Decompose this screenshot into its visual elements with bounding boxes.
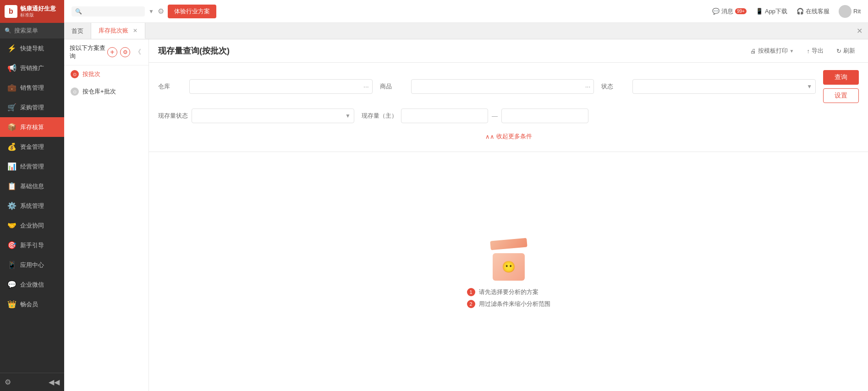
sidebar-item-sales[interactable]: 💼 销售管理: [0, 78, 64, 98]
online-service-btn[interactable]: 🎧 在线客服: [797, 7, 830, 16]
print-btn[interactable]: 🖨 按模板打印 ▼: [747, 45, 798, 57]
topbar-search-input[interactable]: [84, 8, 141, 15]
settings-btn[interactable]: 设置: [823, 88, 859, 103]
inventory-status-field: 现存量状态 ▼: [158, 109, 354, 123]
inventory-qty-to[interactable]: [501, 109, 588, 123]
warehouse-batch-scheme-icon: ⊙: [71, 87, 79, 96]
sidebar-item-quicknav[interactable]: ⚡ 快捷导航: [0, 38, 64, 58]
empty-box-lid: [490, 238, 527, 250]
avatar: [839, 5, 852, 18]
print-dropdown-icon[interactable]: ▼: [790, 49, 794, 54]
export-btn[interactable]: ↑ 导出: [803, 45, 828, 57]
app-logo: b: [5, 5, 17, 18]
sidebar-item-inventory[interactable]: 📦 库存核算: [0, 117, 64, 137]
topbar-search-box[interactable]: 🔍: [71, 6, 145, 16]
right-content: 现存量查询(按批次) 🖨 按模板打印 ▼ ↑ 导出 ↻: [149, 39, 868, 391]
tab-close-icon[interactable]: ✕: [133, 27, 137, 34]
system-icon: ⚙️: [7, 201, 16, 210]
inventory-qty-label: 现存量（主）: [362, 112, 397, 120]
empty-tips: 1 请先选择要分析的方案 2 用过滤条件来缩小分析范围: [467, 288, 550, 308]
empty-illustration: 😶: [486, 235, 532, 281]
sidebar-item-wechat[interactable]: 💬 企业微信: [0, 275, 64, 294]
sidebar-item-operations[interactable]: 📊 经营管理: [0, 157, 64, 176]
warehouse-batch-scheme-label: 按仓库+批次: [82, 87, 116, 96]
status-select-wrapper: ▼: [632, 79, 816, 94]
refresh-label: 刷新: [843, 47, 855, 55]
warehouse-input-wrapper: ···: [189, 79, 373, 94]
product-input[interactable]: [411, 79, 594, 94]
collapse-icon[interactable]: ◀◀: [49, 378, 60, 386]
enterprise-icon: 🤝: [7, 221, 16, 230]
headset-icon: 🎧: [797, 8, 804, 15]
inventory-status-select-wrapper: ▼: [192, 109, 354, 123]
product-label: 商品: [380, 82, 407, 91]
topbar-dropdown-icon[interactable]: ▼: [148, 8, 154, 15]
page-body: 按以下方案查询 + ⚙ 《 ⊙ 按批次 ⊙ 按仓库+批次: [64, 39, 868, 391]
sidebar: b 畅康通好生意 标准版 🔍 搜索菜单 ⚡ 快捷导航 📢 营销推广 💼 销售管理…: [0, 0, 64, 391]
sidebar-item-label: 销售管理: [20, 84, 44, 92]
query-btn[interactable]: 查询: [823, 70, 859, 85]
sidebar-item-label: 新手引导: [20, 241, 44, 250]
collapse-bar[interactable]: ∧∧ 收起更多条件: [158, 129, 859, 144]
sidebar-item-system[interactable]: ⚙️ 系统管理: [0, 196, 64, 216]
inventory-qty-field: 现存量（主） —: [362, 109, 588, 123]
sidebar-item-purchase[interactable]: 🛒 采购管理: [0, 98, 64, 117]
inventory-status-select[interactable]: [192, 109, 354, 123]
left-panel-actions: + ⚙ 《: [107, 47, 143, 57]
user-menu[interactable]: Rit: [839, 5, 861, 18]
tab-bar-close-btn[interactable]: ✕: [851, 27, 868, 35]
inventory-status-label: 现存量状态: [158, 112, 188, 120]
sidebar-item-label: 营销推广: [20, 64, 44, 72]
operations-icon: 📊: [7, 162, 16, 171]
sidebar-item-basic[interactable]: 📋 基础信息: [0, 176, 64, 196]
settings-icon[interactable]: ⚙: [5, 378, 11, 386]
topbar-search-icon: 🔍: [75, 8, 82, 15]
topbar-gear-icon[interactable]: ⚙: [158, 7, 164, 16]
empty-box: 😶: [493, 253, 525, 281]
settings-scheme-btn[interactable]: ⚙: [120, 47, 130, 57]
warehouse-input[interactable]: [189, 79, 373, 94]
sidebar-search-label: 搜索菜单: [14, 27, 38, 35]
print-label: 按模板打印: [758, 47, 788, 55]
sidebar-item-marketing[interactable]: 📢 营销推广: [0, 58, 64, 78]
tip-text-1: 请先选择要分析的方案: [479, 288, 538, 296]
sidebar-search[interactable]: 🔍 搜索菜单: [0, 23, 64, 38]
user-name: Rit: [853, 8, 861, 15]
topbar-left: 🔍 ▼ ⚙ 体验行业方案: [71, 5, 707, 18]
add-scheme-btn[interactable]: +: [107, 47, 117, 57]
sidebar-item-newuser[interactable]: 🎯 新手引导: [0, 235, 64, 255]
sidebar-item-enterprise[interactable]: 🤝 企业协同: [0, 216, 64, 235]
batch-scheme-label: 按批次: [82, 70, 100, 78]
inventory-qty-from[interactable]: [401, 109, 488, 123]
sidebar-item-label: 畅会员: [20, 300, 38, 309]
left-panel-header: 按以下方案查询 + ⚙ 《: [64, 39, 148, 65]
filter-area: 仓库 ··· 商品 ···: [149, 63, 868, 152]
sidebar-item-label: 经营管理: [20, 163, 44, 171]
message-btn[interactable]: 💬 消息 99+: [712, 7, 747, 16]
status-select[interactable]: [632, 79, 816, 94]
app-download-label: App下载: [765, 7, 787, 16]
tab-batch[interactable]: 库存批次账 ✕: [91, 23, 145, 39]
sales-icon: 💼: [7, 83, 16, 92]
left-panel-item-batch[interactable]: ⊙ 按批次: [64, 65, 148, 83]
sidebar-item-appcenter[interactable]: 📱 应用中心: [0, 255, 64, 275]
tip-num-1: 1: [467, 288, 475, 296]
warehouse-label: 仓库: [158, 82, 186, 91]
empty-state: 😶 1 请先选择要分析的方案 2 用过滤条件来缩小分析范围: [149, 152, 868, 391]
product-more-icon[interactable]: ···: [585, 83, 591, 90]
sidebar-item-finance[interactable]: 💰 资金管理: [0, 137, 64, 157]
left-panel-item-warehouse-batch[interactable]: ⊙ 按仓库+批次: [64, 83, 148, 100]
warehouse-more-icon[interactable]: ···: [363, 83, 369, 90]
sidebar-item-member[interactable]: 👑 畅会员: [0, 294, 64, 314]
collapse-panel-btn[interactable]: 《: [133, 47, 143, 57]
inventory-qty-range: —: [401, 109, 588, 123]
wechat-icon: 💬: [7, 280, 16, 289]
product-field: 商品 ···: [380, 79, 594, 94]
tab-batch-label: 库存批次账: [99, 27, 128, 35]
refresh-btn[interactable]: ↻ 刷新: [833, 45, 859, 57]
warehouse-field: 仓库 ···: [158, 79, 373, 94]
trial-btn[interactable]: 体验行业方案: [168, 5, 216, 18]
tab-home[interactable]: 首页: [64, 23, 91, 39]
sidebar-header: b 畅康通好生意 标准版: [0, 0, 64, 23]
app-download-btn[interactable]: 📱 App下载: [756, 7, 787, 16]
